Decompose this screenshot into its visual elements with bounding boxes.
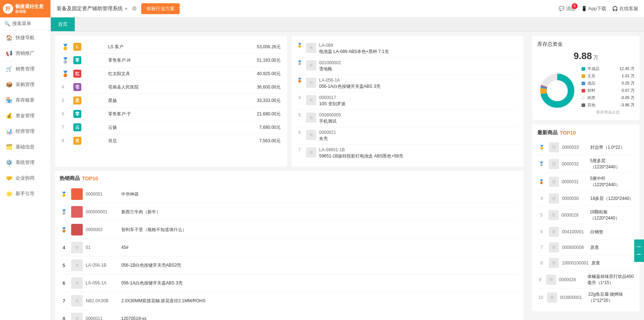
bestsell-product-name: 雪地靴 xyxy=(319,66,341,72)
rank-medal-cell: 🥈 xyxy=(60,54,71,67)
hot-product-rank: 6 xyxy=(60,280,68,286)
hot-products-card: 热销商品 TOP10 🥇 0000001 中华神器 🥈 000500001 新西… xyxy=(55,171,523,320)
hot-product-row: 🥉 0000002 智利车子里（规格不知道填什么） xyxy=(60,221,519,239)
product-image-placeholder: 图 xyxy=(71,277,83,289)
message-icon: 💬 xyxy=(559,6,564,11)
tab-home[interactable]: 首页 xyxy=(51,17,75,31)
new-product-rank: 7 xyxy=(537,245,546,250)
sidebar-item-finance[interactable]: 💰 资金管理 xyxy=(0,108,50,124)
logo-icon: 好 xyxy=(3,4,13,14)
bestsell-product-image: 图 xyxy=(306,95,316,105)
new-product-row: 7 图 000800008 原查 xyxy=(537,240,635,255)
customer-ranking-row: 🥈 零 零售客户·许 51,183.00元 xyxy=(60,54,283,67)
customer-amount: 7,680.00元 xyxy=(204,121,283,134)
new-product-rank: 10 xyxy=(537,295,544,300)
legend-item: 文具 1.01 万 xyxy=(582,73,635,79)
search-menu[interactable]: 🔍 搜索菜单 xyxy=(0,17,50,30)
rank-badge-cell: 红 xyxy=(71,67,106,81)
online-service-button[interactable]: 🎧 在线客服 xyxy=(612,5,638,12)
new-product-row: 9 图 0000028 体械嘉枝味苏打饮品400毫升（1*15） xyxy=(537,271,635,289)
sidebar-item-operations[interactable]: 📊 经营管理 xyxy=(0,124,50,139)
sidebar-item-purchase[interactable]: 📦 采购管理 xyxy=(0,77,50,93)
customer-ranking-row: 6 零 零售客户·于 21,680.00元 xyxy=(60,107,283,121)
bestsell-rank: 6 xyxy=(296,130,303,135)
floating-buttons: 客服热线 服务社区 直播 xyxy=(634,239,644,262)
customer-name: 零售客户·于 xyxy=(106,107,204,121)
customer-ranking-row: 🥇 L LS 客户 53,006.26元 xyxy=(60,40,283,54)
legend-category-name: 材料 xyxy=(587,88,614,93)
rank-badge-cell: 云 xyxy=(71,121,106,134)
new-product-code: 000800008 xyxy=(562,245,587,250)
new-product-code: 0000031 xyxy=(562,179,587,184)
new-products-title: 最新商品 TOP10 xyxy=(537,130,635,136)
sidebar-bestsell-row: 7 图 LA-59651-1B 59651-1B旋转投影灯电池盒 ABS黑色+5… xyxy=(296,145,519,162)
gear-icon[interactable]: ⚙ xyxy=(132,5,137,12)
hot-product-name: 056-1B白色按键开关壳ABS2壳 xyxy=(121,262,181,268)
new-product-name: 5厘中纤（1220*2440） xyxy=(590,176,635,188)
sidebar-bestsell-row: 4 图 0000017 10S 变刮罗拔 xyxy=(296,93,519,110)
new-product-code: 0000033 xyxy=(562,145,587,150)
hot-product-row: 4 图 01 45# xyxy=(60,239,519,257)
rank-number: 8 xyxy=(62,138,64,143)
bestsell-product-info: 0000021 夹壳 xyxy=(319,130,336,142)
hot-product-row: 6 图 LA-056-1A 056-1A白色按键开关盖ABS 3壳 xyxy=(60,274,519,292)
phone-icon: 📱 xyxy=(581,6,587,11)
sidebar-item-sales[interactable]: 🛒 销售管理 xyxy=(0,61,50,77)
new-product-name: 封边带（1.0*22） xyxy=(590,144,625,151)
main-area: 装备及固定资产辅助管理系统 ▾ ⚙ 体验行业方案 💬 消息 6 📱 App下载 … xyxy=(51,0,644,320)
sidebar-item-quicknav[interactable]: 🏠 快捷导航 xyxy=(0,30,50,46)
hot-product-rank: 7 xyxy=(60,298,68,304)
new-product-name: 18颗粒板（1220*2440） xyxy=(590,209,635,221)
float-community-btn[interactable]: 服务社区 xyxy=(634,247,644,255)
sidebar-item-marketing[interactable]: 📢 营销推广 xyxy=(0,46,50,61)
float-live-btn[interactable]: 直播 xyxy=(634,255,644,262)
content-area: 🥇 L LS 客户 53,006.26元 🥈 零 零售客户·许 51,183.0… xyxy=(51,32,644,320)
hot-product-row: 🥇 0000001 中华神器 xyxy=(60,185,519,203)
new-product-row: 🥈 图 0000032 5厘多层（1220*2440） xyxy=(537,155,635,173)
rank-badge-cell: 零 xyxy=(71,107,106,121)
bestsell-product-info: 000800005 手机测试 xyxy=(319,112,341,124)
hot-product-code: NB2.0X30B xyxy=(86,298,118,303)
sidebar-bestsell-row: 6 图 0000021 夹壳 xyxy=(296,127,519,145)
sidebar-bestsell-row: 5 图 000800005 手机测试 xyxy=(296,110,519,127)
float-service-btn[interactable]: 客服热线 xyxy=(634,239,644,247)
inventory-icon: 🏪 xyxy=(6,97,13,103)
hot-product-code: LA-056-1A xyxy=(86,280,118,286)
sidebar-item-guide[interactable]: 🌟 新手引导 xyxy=(0,186,50,202)
bestsell-product-code: LA-59651-1B xyxy=(319,147,403,152)
new-product-image: 图 xyxy=(549,242,559,253)
new-product-row: 🥉 图 0000031 5厘中纤（1220*2440） xyxy=(537,173,635,191)
legend-area: 半成品 12.45 万 文具 1.01 万 成品 0.25 万 材料 0.07 … xyxy=(582,66,635,115)
trial-button[interactable]: 体验行业方案 xyxy=(141,3,180,14)
legend-category-name: 肉类 xyxy=(587,95,614,100)
customer-ranking-table: 🥇 L LS 客户 53,006.26元 🥈 零 零售客户·许 51,183.0… xyxy=(60,40,283,147)
sidebar-item-cooperation[interactable]: 🤝 企业协同 xyxy=(0,171,50,186)
legend-category-value: -3.86 万 xyxy=(616,102,635,108)
bestsell-product-code: 0000017 xyxy=(319,95,346,100)
new-product-code: 0000028 xyxy=(559,277,584,282)
hot-product-rank: 4 xyxy=(60,245,68,250)
app-download-button[interactable]: 📱 App下载 xyxy=(581,5,606,12)
rank-badge-cell: 苍 xyxy=(71,81,106,94)
bronze-medal-icon: 🥉 xyxy=(62,71,69,77)
system-selector[interactable]: 装备及固定资产辅助管理系统 ▾ xyxy=(57,5,127,12)
new-product-rank: 9 xyxy=(537,277,543,282)
bestsell-product-code: 0000021 xyxy=(319,130,336,135)
customer-name: 星扬 xyxy=(106,94,204,107)
message-button[interactable]: 💬 消息 6 xyxy=(559,5,575,12)
bestsell-product-info: 0000017 10S 变刮罗拔 xyxy=(319,95,346,107)
sidebar-item-basicinfo[interactable]: 🗂️ 基础信息 xyxy=(0,139,50,155)
sidebar-item-inventory[interactable]: 🏪 库存核算 xyxy=(0,93,50,108)
bestsell-product-name: 手机测试 xyxy=(319,118,341,124)
bestsell-product-image: 图 xyxy=(306,147,316,157)
new-product-image: 图 xyxy=(549,258,559,268)
topbar-right: 💬 消息 6 📱 App下载 🎧 在线客服 xyxy=(559,5,638,12)
bestsell-product-name: 10S 变刮罗拔 xyxy=(319,101,346,107)
product-image xyxy=(71,188,83,200)
sidebar-bestsell-row: 🥉 图 LA-056-1A 056-1A白色按键开关盖ABS 3壳 xyxy=(296,75,519,93)
rank-medal-cell: 8 xyxy=(60,134,71,148)
guide-icon: 🌟 xyxy=(6,190,13,197)
sidebar-item-settings[interactable]: ⚙️ 系统管理 xyxy=(0,155,50,171)
customer-ranking-card: 🥇 L LS 客户 53,006.26元 🥈 零 零售客户·许 51,183.0… xyxy=(55,36,287,167)
legend-category-value: 0.25 万 xyxy=(616,81,635,86)
